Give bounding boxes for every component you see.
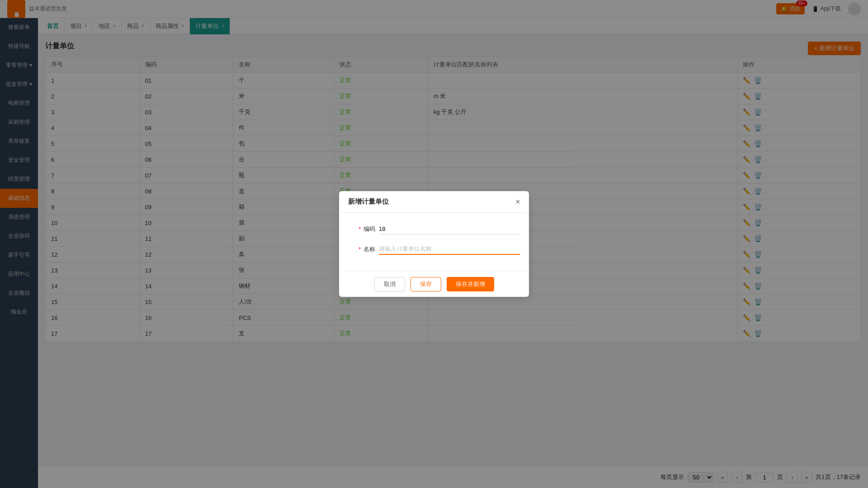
modal-header: 新增计量单位 × bbox=[339, 191, 529, 213]
save-and-new-button[interactable]: 保存并新增 bbox=[447, 277, 494, 291]
code-input[interactable] bbox=[379, 224, 520, 235]
required-star: * bbox=[359, 225, 361, 232]
code-field-row: * 编码 bbox=[348, 224, 520, 235]
modal-footer: 取消 保存 保存并新增 bbox=[339, 271, 529, 297]
modal-overlay: 新增计量单位 × * 编码 * 名称 取消 保存 保存并新增 bbox=[0, 0, 868, 488]
modal-body: * 编码 * 名称 bbox=[339, 213, 529, 271]
add-unit-modal: 新增计量单位 × * 编码 * 名称 取消 保存 保存并新增 bbox=[339, 191, 529, 297]
required-star-2: * bbox=[359, 246, 361, 253]
cancel-button[interactable]: 取消 bbox=[374, 277, 405, 291]
name-field-label: * 名称 bbox=[348, 245, 375, 253]
name-field-row: * 名称 bbox=[348, 244, 520, 255]
name-input[interactable] bbox=[379, 244, 520, 255]
modal-title: 新增计量单位 bbox=[348, 197, 389, 206]
save-button[interactable]: 保存 bbox=[410, 277, 441, 291]
modal-close-button[interactable]: × bbox=[516, 198, 520, 206]
code-field-label: * 编码 bbox=[348, 225, 375, 233]
